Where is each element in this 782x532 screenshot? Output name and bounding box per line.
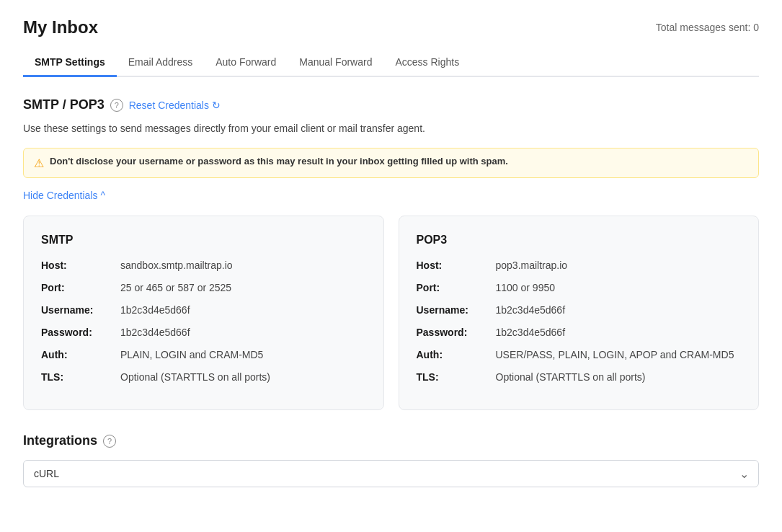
pop3-port-value: 1100 or 9950	[496, 280, 556, 296]
pop3-tls-label: TLS:	[417, 370, 496, 385]
smtp-auth-value: PLAIN, LOGIN and CRAM-MD5	[120, 347, 263, 363]
table-row: Username: 1b2c3d4e5d66f	[417, 303, 742, 318]
pop3-auth-label: Auth:	[417, 347, 496, 363]
pop3-tls-value: Optional (STARTTLS on all ports)	[496, 370, 646, 385]
smtp-username-label: Username:	[41, 303, 120, 318]
pop3-password-label: Password:	[417, 325, 496, 340]
table-row: Port: 1100 or 9950	[417, 280, 742, 296]
pop3-card: POP3 Host: pop3.mailtrap.io Port: 1100 o…	[399, 216, 760, 410]
table-row: Auth: PLAIN, LOGIN and CRAM-MD5	[41, 347, 366, 363]
page-title: My Inbox	[23, 17, 98, 37]
table-row: Host: sandbox.smtp.mailtrap.io	[41, 258, 366, 273]
smtp-host-value: sandbox.smtp.mailtrap.io	[120, 258, 233, 273]
smtp-help-icon[interactable]: ?	[110, 99, 123, 112]
integrations-header: Integrations ?	[23, 433, 759, 448]
smtp-tls-label: TLS:	[41, 370, 120, 385]
hide-credentials-button[interactable]: Hide Credentials ^	[23, 190, 105, 201]
table-row: Auth: USER/PASS, PLAIN, LOGIN, APOP and …	[417, 347, 742, 363]
warning-text: Don't disclose your username or password…	[50, 156, 508, 167]
pop3-username-label: Username:	[417, 303, 496, 318]
warning-icon: ⚠	[34, 156, 44, 170]
smtp-username-value: 1b2c3d4e5d66f	[120, 303, 190, 318]
pop3-auth-value: USER/PASS, PLAIN, LOGIN, APOP and CRAM-M…	[496, 347, 734, 363]
integrations-select-wrapper: cURL PHP Ruby Python Node.js Java C# ⌄	[23, 460, 759, 487]
pop3-host-label: Host:	[417, 258, 496, 273]
warning-box: ⚠ Don't disclose your username or passwo…	[23, 148, 759, 178]
tab-access-rights[interactable]: Access Rights	[383, 49, 471, 77]
table-row: Host: pop3.mailtrap.io	[417, 258, 742, 273]
reset-credentials-button[interactable]: Reset Credentials ↻	[129, 99, 221, 111]
total-messages: Total messages sent: 0	[656, 22, 759, 33]
pop3-port-label: Port:	[417, 280, 496, 296]
tab-manual-forward[interactable]: Manual Forward	[288, 49, 383, 77]
page-header: My Inbox Total messages sent: 0	[23, 17, 759, 37]
pop3-password-value: 1b2c3d4e5d66f	[496, 325, 566, 340]
pop3-card-title: POP3	[417, 234, 742, 247]
tab-auto-forward[interactable]: Auto Forward	[204, 49, 288, 77]
table-row: Username: 1b2c3d4e5d66f	[41, 303, 366, 318]
smtp-port-label: Port:	[41, 280, 120, 296]
integrations-help-icon[interactable]: ?	[103, 435, 116, 448]
tab-smtp-settings[interactable]: SMTP Settings	[23, 49, 117, 77]
hide-credentials-label: Hide Credentials	[23, 190, 98, 201]
chevron-up-icon: ^	[101, 190, 106, 201]
table-row: Port: 25 or 465 or 587 or 2525	[41, 280, 366, 296]
smtp-card: SMTP Host: sandbox.smtp.mailtrap.io Port…	[23, 216, 384, 410]
page-container: My Inbox Total messages sent: 0 SMTP Set…	[0, 0, 782, 532]
integrations-title: Integrations	[23, 433, 97, 448]
table-row: Password: 1b2c3d4e5d66f	[41, 325, 366, 340]
smtp-port-value: 25 or 465 or 587 or 2525	[120, 280, 231, 296]
reset-icon: ↻	[212, 99, 221, 111]
table-row: TLS: Optional (STARTTLS on all ports)	[417, 370, 742, 385]
tab-email-address[interactable]: Email Address	[117, 49, 204, 77]
tabs-nav: SMTP Settings Email Address Auto Forward…	[23, 49, 759, 77]
smtp-card-title: SMTP	[41, 234, 366, 247]
smtp-host-label: Host:	[41, 258, 120, 273]
smtp-tls-value: Optional (STARTTLS on all ports)	[120, 370, 270, 385]
smtp-description: Use these settings to send messages dire…	[23, 121, 759, 136]
smtp-pop3-cards: SMTP Host: sandbox.smtp.mailtrap.io Port…	[23, 216, 759, 410]
integrations-select[interactable]: cURL PHP Ruby Python Node.js Java C#	[23, 460, 759, 487]
pop3-username-value: 1b2c3d4e5d66f	[496, 303, 566, 318]
smtp-section-header: SMTP / POP3 ? Reset Credentials ↻	[23, 97, 759, 112]
table-row: TLS: Optional (STARTTLS on all ports)	[41, 370, 366, 385]
smtp-section-title: SMTP / POP3	[23, 97, 105, 112]
smtp-auth-label: Auth:	[41, 347, 120, 363]
reset-credentials-label: Reset Credentials	[129, 99, 209, 111]
smtp-password-value: 1b2c3d4e5d66f	[120, 325, 190, 340]
smtp-password-label: Password:	[41, 325, 120, 340]
table-row: Password: 1b2c3d4e5d66f	[417, 325, 742, 340]
pop3-host-value: pop3.mailtrap.io	[496, 258, 568, 273]
